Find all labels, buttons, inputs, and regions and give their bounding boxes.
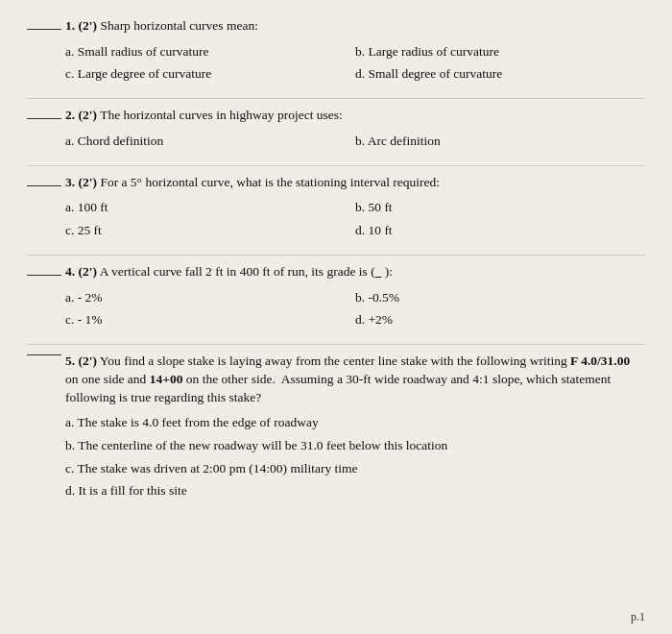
question-3: 3. (2') For a 5° horizontal curve, what … bbox=[27, 174, 645, 241]
q3-option-a: a. 100 ft bbox=[65, 197, 355, 218]
page-number: p.1 bbox=[631, 609, 645, 624]
q3-option-b: b. 50 ft bbox=[355, 197, 645, 218]
question-1: 1. (2') Sharp horizontal curves mean: a.… bbox=[27, 17, 645, 85]
q2-option-b: b. Arc definition bbox=[355, 131, 645, 152]
q5-text: 5. (2') You find a slope stake is laying… bbox=[65, 353, 645, 407]
q3-text: 3. (2') For a 5° horizontal curve, what … bbox=[65, 174, 440, 192]
q5-option-d: d. It is a fill for this site bbox=[65, 480, 645, 501]
q5-option-c: c. The stake was driven at 2:00 pm (14:0… bbox=[65, 458, 645, 479]
q4-blank bbox=[27, 275, 61, 276]
q5-blank bbox=[27, 354, 61, 355]
exam-page: 1. (2') Sharp horizontal curves mean: a.… bbox=[0, 0, 672, 634]
divider-2 bbox=[27, 165, 645, 166]
q2-blank bbox=[27, 118, 61, 119]
q1-option-a: a. Small radius of curvature bbox=[65, 41, 355, 62]
q4-option-a: a. - 2% bbox=[65, 287, 355, 308]
q1-blank bbox=[27, 29, 61, 30]
q2-option-a: a. Chord definition bbox=[65, 131, 355, 152]
divider-1 bbox=[27, 98, 645, 99]
q1-option-b: b. Large radius of curvature bbox=[355, 41, 645, 62]
q4-option-d: d. +2% bbox=[355, 309, 645, 330]
q4-options: a. - 2% b. -0.5% c. - 1% d. +2% bbox=[65, 287, 645, 330]
q4-text: 4. (2') A vertical curve fall 2 ft in 40… bbox=[65, 263, 393, 281]
q3-option-d: d. 10 ft bbox=[355, 220, 645, 241]
q5-option-a: a. The stake is 4.0 feet from the edge o… bbox=[65, 412, 645, 433]
question-2: 2. (2') The horizontal curves in highway… bbox=[27, 107, 645, 151]
divider-3 bbox=[27, 255, 645, 256]
q3-option-c: c. 25 ft bbox=[65, 220, 355, 241]
question-5: 5. (2') You find a slope stake is laying… bbox=[27, 353, 645, 501]
q1-option-d: d. Small degree of curvature bbox=[355, 63, 645, 85]
q4-option-b: b. -0.5% bbox=[355, 287, 645, 308]
q3-options: a. 100 ft b. 50 ft c. 25 ft d. 10 ft bbox=[65, 197, 645, 240]
q5-options: a. The stake is 4.0 feet from the edge o… bbox=[65, 412, 645, 500]
divider-4 bbox=[27, 344, 645, 345]
q1-text: 1. (2') Sharp horizontal curves mean: bbox=[65, 17, 258, 36]
q4-option-c: c. - 1% bbox=[65, 309, 355, 330]
q2-text: 2. (2') The horizontal curves in highway… bbox=[65, 107, 343, 125]
q3-blank bbox=[27, 185, 61, 186]
question-4: 4. (2') A vertical curve fall 2 ft in 40… bbox=[27, 263, 645, 330]
q1-options: a. Small radius of curvature b. Large ra… bbox=[65, 41, 645, 85]
q5-option-b: b. The centerline of the new roadway wil… bbox=[65, 435, 645, 456]
q2-options: a. Chord definition b. Arc definition bbox=[65, 131, 645, 152]
q1-option-c: c. Large degree of curvature bbox=[65, 63, 355, 85]
